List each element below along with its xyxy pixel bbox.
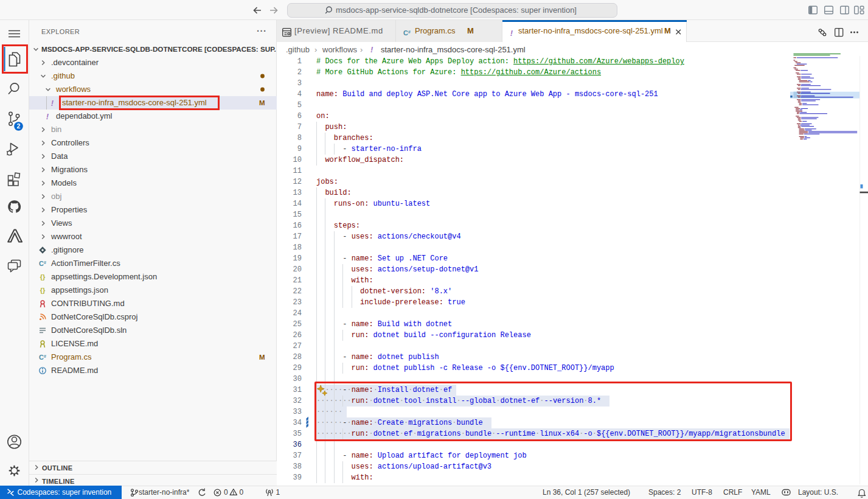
- svg-text:C#: C#: [39, 354, 46, 361]
- svg-text:{}: {}: [40, 287, 46, 294]
- svg-text:2: 2: [17, 122, 21, 130]
- svg-text:C#: C#: [403, 29, 411, 37]
- svg-text:C#: C#: [39, 260, 46, 267]
- svg-text:!: !: [46, 112, 49, 121]
- svg-text:!: !: [51, 99, 54, 108]
- svg-text:!: !: [510, 29, 513, 38]
- svg-text:{}: {}: [40, 273, 46, 281]
